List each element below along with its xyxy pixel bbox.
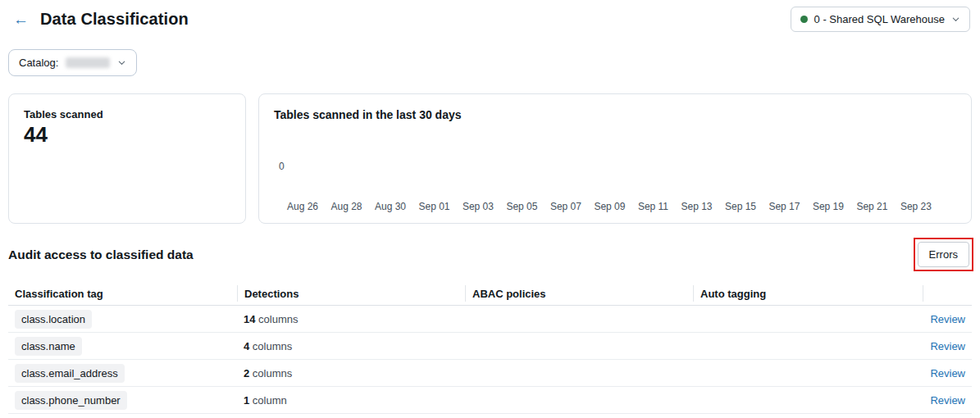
top-bar: ← Data Classification 0 - Shared SQL War… xyxy=(0,0,980,32)
page-title: Data Classification xyxy=(40,10,189,29)
detections-count: 4 xyxy=(244,340,249,352)
actions-cell: Review xyxy=(923,367,972,379)
errors-button[interactable]: Errors xyxy=(918,242,969,267)
classification-tag-chip: class.email_address xyxy=(15,364,125,383)
audit-section-header: Audit access to classified data Errors xyxy=(8,238,973,271)
table-row: class.location 14 columns Review xyxy=(8,306,972,333)
catalog-filter[interactable]: Catalog: xyxy=(8,49,137,76)
classification-tag-cell: class.location xyxy=(8,310,237,329)
warehouse-status-dot-icon xyxy=(800,16,808,23)
classification-tag-cell: class.phone_number xyxy=(8,391,237,410)
tables-scanned-chart-card: Tables scanned in the last 30 days 0 Aug… xyxy=(258,93,972,224)
catalog-filter-label: Catalog: xyxy=(19,57,58,69)
table-row: class.name 4 columns Review xyxy=(8,333,972,360)
review-link[interactable]: Review xyxy=(930,340,965,352)
x-axis-tick: Sep 13 xyxy=(681,201,712,212)
x-axis-tick: Aug 26 xyxy=(287,201,318,212)
x-axis-tick: Aug 28 xyxy=(330,201,362,212)
col-header-actions xyxy=(923,285,972,302)
y-axis-tick: 0 xyxy=(279,161,285,172)
classification-tag-chip: class.phone_number xyxy=(15,391,127,410)
col-header-classification-tag[interactable]: Classification tag xyxy=(8,285,237,302)
detections-unit: columns xyxy=(253,367,292,379)
x-axis-tick: Sep 15 xyxy=(725,201,756,212)
classification-tag-chip: class.name xyxy=(15,337,82,356)
classification-tag-cell: class.name xyxy=(8,337,237,356)
tables-scanned-card: Tables scanned 44 xyxy=(8,93,246,224)
detections-unit: columns xyxy=(253,340,292,352)
detections-unit: columns xyxy=(258,313,298,325)
table-row: class.phone_number 1 column Review xyxy=(8,387,972,414)
chevron-down-icon xyxy=(951,15,960,24)
x-axis-tick: Sep 01 xyxy=(418,201,449,212)
classification-tag-cell: class.email_address xyxy=(8,364,237,383)
chart-title: Tables scanned in the last 30 days xyxy=(274,108,956,121)
tables-scanned-value: 44 xyxy=(24,122,230,148)
x-axis-tick: Sep 21 xyxy=(856,201,887,212)
detections-cell: 14 columns xyxy=(237,313,465,325)
back-arrow-icon[interactable]: ← xyxy=(13,11,29,27)
detections-count: 14 xyxy=(244,313,255,325)
audit-section-title: Audit access to classified data xyxy=(8,248,194,262)
x-axis-labels: Aug 26 Aug 28 Aug 30 Sep 01 Sep 03 Sep 0… xyxy=(287,201,932,212)
x-axis-tick: Aug 30 xyxy=(375,201,406,212)
col-header-auto-tagging[interactable]: Auto tagging xyxy=(693,285,923,302)
col-header-detections[interactable]: Detections xyxy=(237,285,465,302)
x-axis-tick: Sep 07 xyxy=(550,201,581,212)
x-axis-tick: Sep 23 xyxy=(900,201,932,212)
title-group: ← Data Classification xyxy=(13,10,189,29)
detections-unit: column xyxy=(253,394,287,407)
detections-cell: 1 column xyxy=(237,394,465,407)
review-link[interactable]: Review xyxy=(930,367,965,379)
classification-tag-chip: class.location xyxy=(15,310,92,329)
detections-cell: 2 columns xyxy=(237,367,465,379)
summary-cards: Tables scanned 44 Tables scanned in the … xyxy=(8,93,972,224)
x-axis-tick: Sep 09 xyxy=(594,201,625,212)
tables-scanned-title: Tables scanned xyxy=(24,108,230,120)
x-axis-tick: Sep 03 xyxy=(463,201,494,212)
review-link[interactable]: Review xyxy=(930,313,965,325)
warehouse-selector[interactable]: 0 - Shared SQL Warehouse xyxy=(791,7,970,32)
catalog-value-redacted xyxy=(66,57,110,68)
classification-table: Classification tag Detections ABAC polic… xyxy=(8,282,972,414)
table-row: class.email_address 2 columns Review xyxy=(8,360,972,387)
detections-count: 2 xyxy=(244,367,249,379)
chevron-down-icon xyxy=(117,58,126,67)
x-axis-tick: Sep 19 xyxy=(813,201,844,212)
col-header-abac-policies[interactable]: ABAC policies xyxy=(465,285,693,302)
x-axis-tick: Sep 17 xyxy=(768,201,800,212)
actions-cell: Review xyxy=(923,394,972,407)
data-classification-page: ← Data Classification 0 - Shared SQL War… xyxy=(0,0,980,414)
errors-annotation-highlight: Errors xyxy=(914,238,973,271)
review-link[interactable]: Review xyxy=(930,394,965,407)
x-axis-tick: Sep 11 xyxy=(638,201,668,212)
actions-cell: Review xyxy=(923,340,972,352)
warehouse-selector-label: 0 - Shared SQL Warehouse xyxy=(814,13,945,25)
detections-count: 1 xyxy=(244,394,249,407)
detections-cell: 4 columns xyxy=(237,340,465,352)
table-header-row: Classification tag Detections ABAC polic… xyxy=(8,282,972,306)
actions-cell: Review xyxy=(923,313,972,325)
x-axis-tick: Sep 05 xyxy=(506,201,537,212)
